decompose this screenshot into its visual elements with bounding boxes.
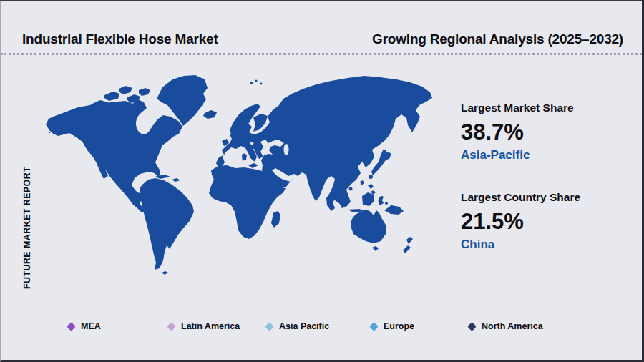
stat-country-share: Largest Country Share 21.5% China [461, 191, 640, 252]
stat-market-share: Largest Market Share 38.7% Asia-Pacific [461, 102, 640, 162]
stat-value: 38.7% [461, 121, 640, 143]
stat-value: 21.5% [461, 210, 640, 233]
diamond-marker-icon [369, 322, 379, 331]
diamond-marker-icon [167, 322, 176, 331]
world-map [42, 63, 457, 292]
diamond-marker-icon [67, 322, 76, 331]
page-subtitle: Growing Regional Analysis (2025–2032) [372, 31, 623, 47]
stats-panel: Largest Market Share 38.7% Asia-Pacific … [461, 102, 640, 252]
legend-label: Europe [384, 321, 414, 331]
stat-label: Largest Country Share [461, 191, 640, 204]
diamond-marker-icon [265, 322, 274, 331]
dotted-divider [1, 53, 642, 55]
legend-item-latin-america: Latin America [168, 321, 240, 331]
legend-item-asia-pacific: Asia Pacific [266, 321, 329, 331]
diamond-marker-icon [467, 322, 477, 331]
legend-item-europe: Europe [371, 321, 414, 331]
stat-region: China [461, 238, 640, 252]
region-legend: MEA Latin America Asia Pacific Europe No… [1, 321, 644, 337]
stat-region: Asia-Pacific [461, 148, 640, 162]
infographic-root: Industrial Flexible Hose Market Growing … [0, 0, 644, 362]
legend-label: MEA [81, 321, 101, 331]
legend-label: Asia Pacific [279, 321, 329, 331]
legend-label: North America [482, 321, 543, 331]
legend-item-mea: MEA [68, 321, 101, 331]
page-title: Industrial Flexible Hose Market [22, 31, 218, 47]
brand-watermark: FUTURE MARKET REPORT [22, 175, 32, 289]
legend-item-north-america: North America [469, 321, 543, 331]
legend-label: Latin America [181, 321, 240, 331]
world-map-landmasses [46, 75, 432, 275]
stat-label: Largest Market Share [461, 102, 640, 114]
